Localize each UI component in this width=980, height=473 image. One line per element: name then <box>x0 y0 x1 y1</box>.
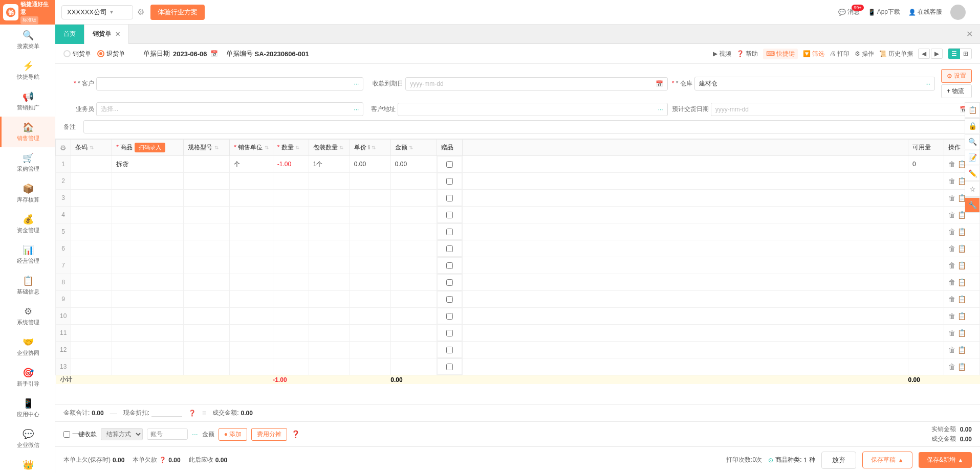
row-product-5[interactable] <box>112 223 184 240</box>
row-amount-8[interactable] <box>390 274 437 291</box>
price-sort-icon[interactable]: ⇅ <box>372 145 376 150</box>
row-unit-price-6[interactable] <box>350 240 390 257</box>
sidebar-item-purchase[interactable]: 🛒 采购管理 <box>0 147 55 178</box>
tab-home[interactable]: 首页 <box>55 25 84 44</box>
row-pack-qty-9[interactable] <box>309 291 350 308</box>
row-spec-1[interactable] <box>184 156 230 173</box>
row-pack-qty-4[interactable] <box>309 207 350 223</box>
gift-checkbox-11[interactable] <box>446 330 453 336</box>
gift-checkbox-1[interactable] <box>446 161 453 168</box>
app-download-btn[interactable]: 📱 App下载 <box>868 8 900 16</box>
row-product-9[interactable] <box>112 291 184 308</box>
row-spec-10[interactable] <box>184 308 230 325</box>
delete-row-11[interactable]: 🗑 <box>948 329 955 337</box>
row-remark-5[interactable] <box>462 223 908 240</box>
row-spec-8[interactable] <box>184 274 230 291</box>
gift-checkbox-9[interactable] <box>446 296 453 303</box>
one-click-payment-checkbox[interactable]: 一键收款 <box>63 430 97 439</box>
row-spec-11[interactable] <box>184 325 230 342</box>
row-product-3[interactable] <box>112 190 184 207</box>
row-pack-qty-7[interactable] <box>309 257 350 274</box>
row-amount-5[interactable] <box>390 223 437 240</box>
right-float-1[interactable]: 📋 <box>965 102 980 118</box>
customer-ellipsis[interactable]: ··· <box>354 80 359 87</box>
copy-row-11[interactable]: 📋 <box>957 329 966 337</box>
settings-btn[interactable]: ⚙ 设置 <box>941 69 972 83</box>
row-barcode-9[interactable] <box>71 291 112 308</box>
row-pack-qty-12[interactable] <box>309 342 350 358</box>
pack-sort-icon[interactable]: ⇅ <box>339 145 343 150</box>
delete-row-8[interactable]: 🗑 <box>948 278 955 286</box>
row-amount-3[interactable] <box>390 190 437 207</box>
gift-checkbox-12[interactable] <box>446 347 453 353</box>
row-barcode-6[interactable] <box>71 240 112 257</box>
copy-row-9[interactable]: 📋 <box>957 295 966 303</box>
account-ellipsis[interactable]: ··· <box>192 430 198 438</box>
salesperson-input[interactable]: 选择... ··· <box>96 102 363 116</box>
sidebar-item-basic-info[interactable]: 📋 基础信息 <box>0 270 55 301</box>
row-unit-price-13[interactable] <box>350 358 390 375</box>
row-pack-qty-10[interactable] <box>309 308 350 325</box>
prev-btn[interactable]: ◀ <box>918 49 930 59</box>
row-remark-10[interactable] <box>462 308 908 325</box>
row-remark-1[interactable] <box>462 156 908 173</box>
row-gift-6[interactable] <box>437 240 462 257</box>
row-amount-6[interactable] <box>390 240 437 257</box>
row-quantity-10[interactable] <box>273 308 309 325</box>
row-gift-1[interactable] <box>437 156 462 172</box>
gift-checkbox-2[interactable] <box>446 178 453 185</box>
row-spec-13[interactable] <box>184 358 230 375</box>
row-barcode-11[interactable] <box>71 325 112 342</box>
row-gift-10[interactable] <box>437 308 462 324</box>
row-unit-price-9[interactable] <box>350 291 390 308</box>
row-unit-1[interactable]: 个 <box>230 156 273 173</box>
row-amount-1[interactable]: 0.00 <box>390 156 437 173</box>
row-quantity-3[interactable] <box>273 190 309 207</box>
save-draft-btn[interactable]: 保存草稿 ▲ <box>862 452 912 468</box>
row-quantity-4[interactable] <box>273 207 309 223</box>
row-remark-7[interactable] <box>462 257 908 274</box>
copy-row-6[interactable]: 📋 <box>957 244 966 253</box>
row-spec-5[interactable] <box>184 223 230 240</box>
row-quantity-12[interactable] <box>273 342 309 358</box>
row-barcode-1[interactable] <box>71 156 112 173</box>
row-unit-8[interactable] <box>230 274 273 291</box>
row-gift-11[interactable] <box>437 325 462 341</box>
row-amount-4[interactable] <box>390 207 437 223</box>
customer-input[interactable]: ··· <box>96 77 363 91</box>
row-spec-4[interactable] <box>184 207 230 223</box>
right-float-4[interactable]: 📝 <box>965 150 980 165</box>
row-pack-qty-6[interactable] <box>309 240 350 257</box>
table-gear-icon[interactable]: ⚙ <box>60 144 67 152</box>
row-quantity-6[interactable] <box>273 240 309 257</box>
delete-row-6[interactable]: 🗑 <box>948 244 955 253</box>
return-order-radio[interactable]: 退货单 <box>97 50 125 58</box>
row-product-11[interactable] <box>112 325 184 342</box>
row-unit-price-5[interactable] <box>350 223 390 240</box>
add-payment-btn[interactable]: ● 添加 <box>219 428 247 441</box>
customer-address-input[interactable]: ··· <box>398 103 667 116</box>
right-float-6[interactable]: ☆ <box>965 182 980 197</box>
row-spec-9[interactable] <box>184 291 230 308</box>
gift-checkbox-7[interactable] <box>446 262 453 269</box>
row-remark-9[interactable] <box>462 291 908 308</box>
row-unit-12[interactable] <box>230 342 273 358</box>
row-barcode-12[interactable] <box>71 342 112 358</box>
row-pack-qty-2[interactable] <box>309 173 350 190</box>
topbar-settings-icon[interactable]: ⚙ <box>137 7 144 17</box>
gift-checkbox-5[interactable] <box>446 229 453 235</box>
row-gift-13[interactable] <box>437 358 462 375</box>
operate-btn[interactable]: ⚙ 操作 <box>855 50 874 58</box>
row-unit-10[interactable] <box>230 308 273 325</box>
row-quantity-7[interactable] <box>273 257 309 274</box>
row-gift-9[interactable] <box>437 291 462 307</box>
delete-row-4[interactable]: 🗑 <box>948 211 955 219</box>
row-pack-qty-1[interactable]: 1个 <box>309 156 350 173</box>
row-pack-qty-13[interactable] <box>309 358 350 375</box>
row-unit-3[interactable] <box>230 190 273 207</box>
row-pack-qty-8[interactable] <box>309 274 350 291</box>
row-barcode-2[interactable] <box>71 173 112 190</box>
row-remark-3[interactable] <box>462 190 908 207</box>
scan-btn[interactable]: 扫码录入 <box>135 143 165 152</box>
row-product-6[interactable] <box>112 240 184 257</box>
